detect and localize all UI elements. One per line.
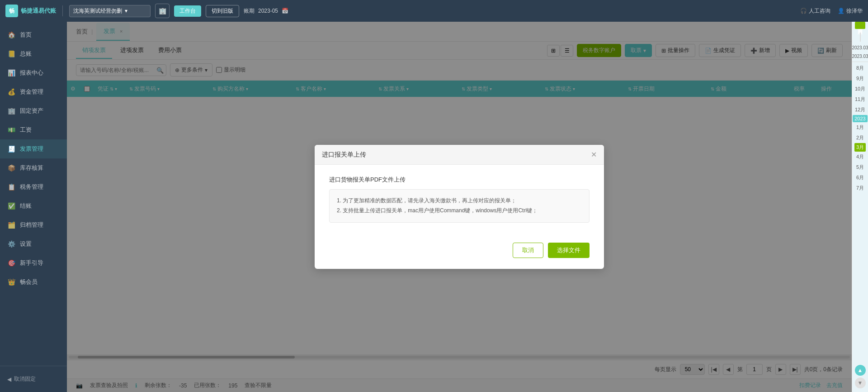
- period-value: 2023-05: [258, 8, 278, 14]
- modal-header: 进口报关单上传 ✕: [315, 145, 604, 165]
- sidebar-item-inventory[interactable]: 📦 库存核算: [0, 158, 67, 177]
- sidebar-item-archive[interactable]: 🗂️ 归档管理: [0, 215, 67, 234]
- period-item-1m[interactable]: 1月: [855, 122, 865, 133]
- guide-icon: 🎯: [7, 259, 15, 267]
- sidebar-item-funds[interactable]: 💰 资金管理: [0, 82, 67, 101]
- company-action-btn[interactable]: 🏢: [155, 4, 170, 18]
- sidebar-item-ledger[interactable]: 📒 总账: [0, 44, 67, 63]
- support-btn[interactable]: 🎧 人工咨询: [800, 7, 830, 15]
- vip-icon: 👑: [7, 278, 15, 286]
- sidebar-label-assets: 固定资产: [20, 107, 43, 115]
- app-logo: 畅 畅捷通易代账: [5, 5, 56, 17]
- sidebar-label-home: 首页: [20, 31, 32, 39]
- sidebar-item-assets[interactable]: 🏢 固定资产: [0, 101, 67, 120]
- modal-overlay: 进口报关单上传 ✕ 进口货物报关单PDF文件上传 1. 为了更加精准的数据匹配，…: [67, 22, 852, 392]
- assets-icon: 🏢: [7, 107, 15, 115]
- sidebar-bottom: ◀ 取消固定: [0, 366, 67, 392]
- period-item-0[interactable]: 2023.03: [851, 43, 868, 52]
- period-item-11m[interactable]: 11月: [854, 94, 866, 105]
- top-divider-1: [62, 5, 63, 16]
- period-item-1[interactable]: 2023.03: [851, 52, 868, 61]
- right-panel: 开启日期 2023.03 2023.03 8月 9月 10月 11月 12月 2…: [852, 22, 868, 392]
- period-display: 账期 2023-05 📅: [244, 7, 288, 15]
- modal-import-customs: 进口报关单上传 ✕ 进口货物报关单PDF文件上传 1. 为了更加精准的数据匹配，…: [315, 145, 604, 268]
- open-date-btn[interactable]: 开启日期: [855, 22, 865, 29]
- app-container: 畅 畅捷通易代账 沈海英测试经营勿删 ▾ 🏢 工作台 切到旧版 账期 2023-…: [0, 0, 868, 392]
- workspace-button[interactable]: 工作台: [174, 5, 201, 17]
- headset-icon: 🎧: [800, 8, 807, 14]
- user-name: 徐泽华: [846, 7, 863, 15]
- user-menu[interactable]: 👤 徐泽华: [838, 7, 863, 15]
- content-area: 首页 | 发票 × 销项发票 进项发票 费用小票: [67, 22, 852, 392]
- sidebar-label-funds: 资金管理: [20, 88, 43, 96]
- sidebar-label-salary: 工资: [20, 126, 32, 134]
- sidebar-label-tax: 税务管理: [20, 183, 43, 191]
- sidebar-item-settings[interactable]: ⚙️ 设置: [0, 234, 67, 253]
- sidebar-item-home[interactable]: 🏠 首页: [0, 25, 67, 44]
- period-item-8m[interactable]: 8月: [855, 63, 865, 73]
- pin-icon: ◀: [7, 376, 11, 382]
- period-item-7m[interactable]: 7月: [855, 183, 865, 193]
- sidebar-label-archive: 归档管理: [20, 221, 43, 229]
- modal-info-box: 1. 为了更加精准的数据匹配，请先录入海关缴款书，再上传对应的报关单； 2. 支…: [329, 189, 590, 222]
- right-panel-divider: [860, 33, 861, 42]
- user-icon: 👤: [838, 8, 844, 14]
- top-bar-right: 🎧 人工咨询 👤 徐泽华: [800, 7, 863, 15]
- sidebar-item-guide[interactable]: 🎯 新手引导: [0, 253, 67, 272]
- sidebar-label-reports: 报表中心: [20, 69, 43, 77]
- period-item-10m[interactable]: 10月: [854, 84, 866, 94]
- salary-icon: 💵: [7, 126, 15, 134]
- sidebar-item-reports[interactable]: 📊 报表中心: [0, 63, 67, 82]
- company-selector[interactable]: 沈海英测试经营勿删 ▾: [69, 5, 151, 17]
- sidebar-item-invoice[interactable]: 🧾 发票管理: [0, 139, 67, 158]
- modal-body: 进口货物报关单PDF文件上传 1. 为了更加精准的数据匹配，请先录入海关缴款书，…: [315, 165, 604, 242]
- tax-icon: 📋: [7, 183, 15, 191]
- modal-title: 进口报关单上传: [322, 151, 366, 159]
- switch-old-button[interactable]: 切到旧版: [206, 5, 239, 17]
- building-icon: 🏢: [159, 7, 166, 14]
- sidebar-label-invoice: 发票管理: [20, 145, 43, 153]
- sidebar-label-settlement: 结账: [20, 202, 32, 210]
- sidebar-label-guide: 新手引导: [20, 259, 43, 267]
- modal-cancel-btn[interactable]: 取消: [513, 243, 543, 258]
- scroll-up-btn[interactable]: ▲: [855, 365, 866, 376]
- modal-close-btn[interactable]: ✕: [591, 150, 597, 159]
- period-item-3m[interactable]: 3月: [854, 143, 866, 152]
- unpin-label: 取消固定: [14, 375, 36, 383]
- app-logo-text: 畅捷通易代账: [21, 7, 56, 15]
- modal-info-item-1: 1. 为了更加精准的数据匹配，请先录入海关缴款书，再上传对应的报关单；: [337, 196, 582, 206]
- period-item-9m[interactable]: 9月: [855, 73, 865, 84]
- right-panel-actions: ▲ ▼: [855, 365, 866, 392]
- period-item-6m[interactable]: 6月: [855, 172, 865, 183]
- support-label: 人工咨询: [809, 7, 830, 15]
- sidebar-item-tax[interactable]: 📋 税务管理: [0, 177, 67, 196]
- sidebar-item-vip[interactable]: 👑 畅会员: [0, 272, 67, 292]
- invoice-icon: 🧾: [7, 145, 15, 153]
- period-item-12m[interactable]: 12月: [854, 105, 866, 115]
- period-item-5m[interactable]: 5月: [855, 162, 865, 172]
- chevron-down-icon: ▾: [125, 8, 127, 14]
- sidebar-label-vip: 畅会员: [20, 278, 38, 286]
- settlement-icon: ✅: [7, 202, 15, 210]
- funds-icon: 💰: [7, 88, 15, 96]
- modal-section-title: 进口货物报关单PDF文件上传: [329, 176, 590, 184]
- sidebar: 🏠 首页 📒 总账 📊 报表中心 💰 资金管理 🏢 固定资产 💵 工资: [0, 22, 67, 392]
- modal-select-file-btn[interactable]: 选择文件: [548, 243, 590, 258]
- period-item-4m[interactable]: 4月: [855, 152, 865, 162]
- sidebar-item-salary[interactable]: 💵 工资: [0, 120, 67, 139]
- scroll-down-btn[interactable]: ▼: [855, 378, 866, 388]
- archive-icon: 🗂️: [7, 221, 15, 229]
- period-item-2m[interactable]: 2月: [855, 133, 865, 143]
- inventory-icon: 📦: [7, 164, 15, 172]
- reports-icon: 📊: [7, 69, 15, 76]
- sidebar-label-ledger: 总账: [20, 50, 32, 58]
- sidebar-item-settlement[interactable]: ✅ 结账: [0, 196, 67, 215]
- calendar-icon[interactable]: 📅: [282, 8, 288, 14]
- unpin-btn[interactable]: ◀ 取消固定: [0, 372, 67, 387]
- modal-info-item-2: 2. 支持批量上传进口报关单，mac用户使用Command键，windows用户…: [337, 206, 582, 216]
- main-area: 🏠 首页 📒 总账 📊 报表中心 💰 资金管理 🏢 固定资产 💵 工资: [0, 22, 868, 392]
- home-icon: 🏠: [7, 31, 15, 38]
- company-name: 沈海英测试经营勿删: [73, 7, 122, 15]
- period-item-2023[interactable]: 2023: [853, 115, 867, 122]
- settings-icon: ⚙️: [7, 240, 15, 248]
